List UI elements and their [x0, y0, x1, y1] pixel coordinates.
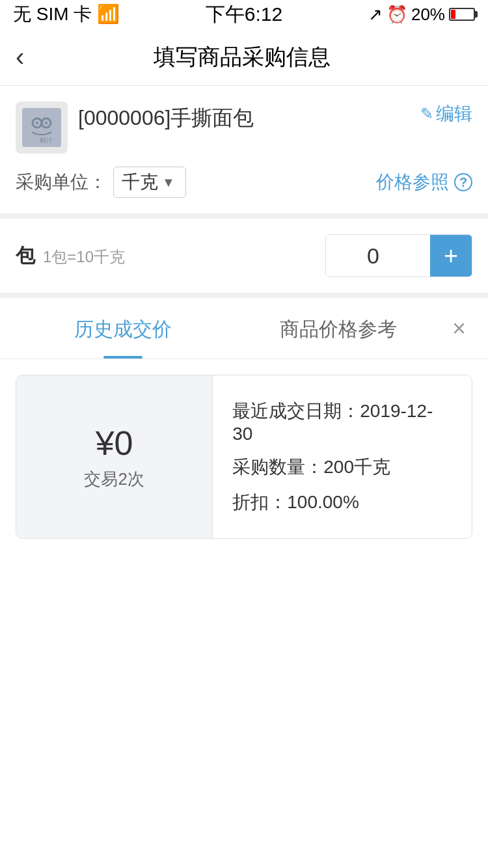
- product-header: 鲜汁 [0000006]手撕面包 ✎ 编辑: [16, 102, 472, 154]
- tab-history-price[interactable]: 历史成交价: [16, 298, 230, 359]
- page-title: 填写商品采购信息: [37, 42, 446, 72]
- back-button[interactable]: ‹: [16, 42, 24, 72]
- alarm-icon: ⏰: [386, 5, 407, 25]
- svg-text:鲜汁: 鲜汁: [40, 137, 53, 144]
- svg-point-2: [36, 122, 38, 124]
- history-card-right: 最近成交日期：2019-12-30 采购数量：200千克 折扣：100.00%: [213, 375, 472, 538]
- section-divider: [0, 213, 488, 219]
- unit-left: 采购单位： 千克 ▼: [16, 167, 186, 198]
- discount-value: 100.00%: [287, 492, 359, 512]
- product-unit-row: 采购单位： 千克 ▼ 价格参照 ?: [16, 167, 472, 198]
- tab-bar: 历史成交价 商品价格参考 ×: [0, 298, 488, 359]
- help-icon: ?: [454, 173, 472, 191]
- product-logo-inner: 鲜汁: [22, 108, 61, 147]
- quantity-left: 包 1包=10千克: [16, 243, 125, 269]
- tab-panel: 历史成交价 商品价格参考 × ¥0 交易2次 最近成交日期：2019-12-30…: [0, 298, 488, 554]
- status-left: 无 SIM 卡 📶: [13, 2, 120, 27]
- quantity-plus-button[interactable]: +: [430, 235, 472, 277]
- history-card-left: ¥0 交易2次: [16, 375, 213, 538]
- latest-date-label: 最近成交日期：: [232, 401, 360, 421]
- history-trades: 交易2次: [84, 468, 144, 491]
- qty-conversion: 1包=10千克: [43, 247, 125, 267]
- svg-point-3: [45, 122, 47, 124]
- quantity-label: 采购数量：: [232, 457, 323, 477]
- quantity-input-group: +: [325, 234, 472, 277]
- unit-dropdown[interactable]: 千克 ▼: [113, 167, 186, 198]
- status-bar: 无 SIM 卡 📶 下午6:12 ↗ ⏰ 20%: [0, 0, 488, 29]
- product-name: [0000006]手撕面包: [78, 104, 254, 133]
- tab-close-button[interactable]: ×: [446, 304, 472, 353]
- edit-icon: ✎: [420, 105, 433, 123]
- tab-product-price-ref[interactable]: 商品价格参考: [230, 298, 445, 359]
- unit-value: 千克: [122, 170, 158, 195]
- brand-logo-icon: 鲜汁: [25, 111, 58, 144]
- status-time: 下午6:12: [206, 1, 282, 28]
- quantity-input[interactable]: [326, 235, 430, 277]
- quantity-row: 包 1包=10千克 +: [0, 219, 488, 293]
- location-icon: ↗: [368, 5, 383, 25]
- battery-percent: 20%: [411, 5, 445, 25]
- page-background: [0, 554, 488, 868]
- product-card: 鲜汁 [0000006]手撕面包 ✎ 编辑 采购单位： 千克 ▼ 价格参照 ?: [0, 86, 488, 213]
- status-right: ↗ ⏰ 20%: [368, 5, 475, 25]
- nav-bar: ‹ 填写商品采购信息: [0, 29, 488, 86]
- price-ref-label: 价格参照: [376, 170, 449, 195]
- history-card: ¥0 交易2次 最近成交日期：2019-12-30 采购数量：200千克 折扣：…: [16, 375, 472, 539]
- edit-label: 编辑: [436, 102, 472, 126]
- history-quantity: 采购数量：200千克: [232, 455, 452, 480]
- product-logo: 鲜汁: [16, 102, 68, 154]
- history-content: ¥0 交易2次 最近成交日期：2019-12-30 采购数量：200千克 折扣：…: [0, 359, 488, 554]
- qty-unit-label: 包: [16, 243, 35, 269]
- edit-button[interactable]: ✎ 编辑: [420, 102, 472, 126]
- dropdown-arrow-icon: ▼: [162, 175, 175, 190]
- battery-icon: [449, 8, 475, 21]
- price-reference-button[interactable]: 价格参照 ?: [376, 170, 472, 195]
- discount-label: 折扣：: [232, 492, 287, 512]
- unit-label: 采购单位：: [16, 170, 107, 195]
- history-latest-date: 最近成交日期：2019-12-30: [232, 399, 452, 444]
- product-left: 鲜汁 [0000006]手撕面包: [16, 102, 254, 154]
- history-price: ¥0: [96, 424, 133, 463]
- history-discount: 折扣：100.00%: [232, 490, 452, 515]
- quantity-value: 200千克: [323, 457, 390, 477]
